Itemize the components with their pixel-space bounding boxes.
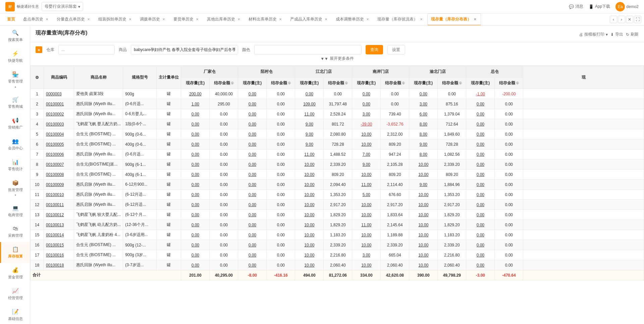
- cell-fj-qty[interactable]: 0.00: [181, 149, 210, 159]
- cell-jb-qty[interactable]: 10.00: [295, 240, 324, 250]
- export-btn[interactable]: ⬇ 导出: [610, 32, 623, 37]
- cell-zc-qty[interactable]: -1.00: [466, 89, 495, 99]
- cell-na-qty[interactable]: 7.00: [352, 149, 381, 159]
- cell-mc-qty[interactable]: 0.00: [238, 230, 267, 240]
- cell-jb-qty[interactable]: 11.00: [295, 109, 324, 119]
- cell-mc-qty[interactable]: 0.00: [238, 200, 267, 210]
- cell-jb-qty[interactable]: 11.00: [295, 149, 324, 159]
- cell-mc-qty[interactable]: 0.00: [238, 159, 267, 170]
- cell-jb-qty[interactable]: 10.00: [295, 210, 324, 220]
- tab-close-icon[interactable]: ✕: [365, 17, 370, 22]
- cell-code[interactable]: 00100018: [44, 260, 74, 270]
- cell-na-qty[interactable]: 0.00: [352, 99, 381, 109]
- cell-mc-qty[interactable]: 0.00: [238, 139, 267, 149]
- cell-na-qty[interactable]: 10.00: [352, 210, 381, 220]
- cell-yb-qty[interactable]: 10.00: [409, 200, 438, 210]
- cell-mc-qty[interactable]: 0.00: [238, 129, 267, 139]
- cell-yb-qty[interactable]: 10.00: [409, 230, 438, 240]
- cell-mc-qty[interactable]: 0.00: [238, 109, 267, 119]
- cell-na-qty[interactable]: 3.00: [352, 250, 381, 260]
- cell-jb-qty[interactable]: 9.00: [295, 119, 324, 129]
- info-icon[interactable]: ①: [231, 81, 234, 85]
- cell-fj-qty[interactable]: 0.00: [181, 230, 210, 240]
- cell-fj-qty[interactable]: 1.00: [181, 99, 210, 109]
- cell-zc-qty[interactable]: 0.00: [466, 170, 495, 180]
- cell-na-qty[interactable]: 5.00: [352, 190, 381, 200]
- cell-code[interactable]: 00100011: [44, 200, 74, 210]
- cell-zc-qty[interactable]: 0.00: [466, 109, 495, 119]
- tab-close-icon[interactable]: ✕: [45, 17, 49, 22]
- cell-zc-qty[interactable]: 0.00: [466, 260, 495, 270]
- cell-code[interactable]: 00100008: [44, 170, 74, 180]
- cell-zc-qty[interactable]: 0.00: [466, 240, 495, 250]
- cell-fj-qty[interactable]: 0.00: [181, 170, 210, 180]
- cell-code[interactable]: 00100005: [44, 139, 74, 149]
- tab-expand-btn[interactable]: ⛶: [634, 16, 641, 23]
- cell-code[interactable]: 00100001: [44, 99, 74, 109]
- cell-code[interactable]: 00100002: [44, 109, 74, 119]
- cell-fj-qty[interactable]: 0.00: [181, 109, 210, 119]
- cell-yb-qty[interactable]: 10.00: [409, 170, 438, 180]
- cell-zc-qty[interactable]: 0.00: [466, 220, 495, 230]
- cell-code[interactable]: 00100004: [44, 129, 74, 139]
- cell-code[interactable]: 0000003: [44, 89, 74, 99]
- sidebar-item-operation[interactable]: 📈 经营管理: [0, 284, 30, 305]
- cell-jb-qty[interactable]: 109.00: [295, 99, 324, 109]
- info-icon[interactable]: ①: [402, 81, 405, 85]
- setting-btn[interactable]: 设置: [387, 45, 405, 54]
- cell-yb-qty[interactable]: 8.00: [409, 119, 438, 129]
- cell-na-qty[interactable]: 10.00: [352, 129, 381, 139]
- cell-fj-qty[interactable]: 0.00: [181, 139, 210, 149]
- cell-na-qty[interactable]: -39.00: [352, 119, 381, 129]
- cell-zc-qty[interactable]: 0.00: [466, 99, 495, 109]
- tab-prev-btn[interactable]: ‹: [610, 16, 617, 23]
- sidebar-item-retail-stat[interactable]: 📊 零售统计: [0, 155, 30, 176]
- cell-mc-qty[interactable]: 0.00: [238, 250, 267, 260]
- cell-code[interactable]: 00100012: [44, 210, 74, 220]
- tab-close-icon[interactable]: ✕: [161, 17, 166, 22]
- cell-yb-qty[interactable]: 9.00: [409, 180, 438, 190]
- cell-mc-qty[interactable]: 0.00: [238, 240, 267, 250]
- cell-jb-qty[interactable]: 0.00: [295, 89, 324, 99]
- tab-stock-dist[interactable]: 现存量（库存分布表） ✕: [427, 13, 481, 26]
- cell-fj-qty[interactable]: 0.00: [181, 240, 210, 250]
- print-btn[interactable]: 🖨 按模板打印 ▾: [579, 32, 608, 37]
- sidebar-item-retail-mall[interactable]: 🛒 零售商城: [0, 92, 30, 113]
- sidebar-item-finance[interactable]: 💰 资金管理: [0, 263, 30, 284]
- cell-mc-qty[interactable]: 0.00: [238, 149, 267, 159]
- cell-fj-qty[interactable]: 0.00: [181, 119, 210, 129]
- cell-jb-qty[interactable]: 10.00: [295, 250, 324, 260]
- cell-jb-qty[interactable]: 10.00: [295, 220, 324, 230]
- tab-close-icon[interactable]: ✕: [419, 17, 424, 22]
- cell-code[interactable]: 00100003: [44, 119, 74, 129]
- cell-fj-qty[interactable]: 0.00: [181, 180, 210, 190]
- user-area[interactable]: Ea demo2: [615, 2, 639, 11]
- cell-yb-qty[interactable]: 10.00: [409, 190, 438, 200]
- cell-fj-qty[interactable]: 0.00: [181, 129, 210, 139]
- sidebar-item-wholesale[interactable]: 📦 批发管理 ▼: [0, 176, 30, 201]
- cell-mc-qty[interactable]: 0.00: [238, 99, 267, 109]
- color-input[interactable]: [254, 45, 362, 54]
- cell-zc-qty[interactable]: 0.00: [466, 149, 495, 159]
- tab-cost-adj[interactable]: 成本调整单历史 ✕: [332, 13, 374, 26]
- cell-fj-qty[interactable]: 0.00: [181, 210, 210, 220]
- store-selector[interactable]: 母婴行业演示陈套 ▾: [42, 2, 83, 11]
- goods-input[interactable]: [131, 45, 238, 54]
- cell-na-qty[interactable]: 10.00: [352, 230, 381, 240]
- tab-close-icon[interactable]: ✕: [324, 17, 328, 22]
- cell-zc-qty[interactable]: 0.00: [466, 180, 495, 190]
- sidebar-item-member[interactable]: 👥 会员中心: [0, 134, 30, 155]
- expand-more-btn[interactable]: ▼▼ 展开更多条件: [320, 56, 354, 61]
- sidebar-item-shortcut[interactable]: ⚡ 快捷导航: [0, 46, 30, 67]
- cell-fj-qty[interactable]: 200.00: [181, 89, 210, 99]
- cell-yb-qty[interactable]: 9.00: [409, 139, 438, 149]
- tab-home[interactable]: 首页: [3, 13, 19, 26]
- tab-sub-count[interactable]: 分量盘点单历史 ✕: [53, 13, 95, 26]
- cell-code[interactable]: 00100009: [44, 180, 74, 190]
- cell-mc-qty[interactable]: 0.00: [238, 190, 267, 200]
- cell-fj-qty[interactable]: 0.00: [181, 190, 210, 200]
- cell-mc-qty[interactable]: 0.00: [238, 89, 267, 99]
- cell-jb-qty[interactable]: 9.00: [295, 139, 324, 149]
- cell-code[interactable]: 00100014: [44, 230, 74, 240]
- cell-jb-qty[interactable]: 10.00: [295, 190, 324, 200]
